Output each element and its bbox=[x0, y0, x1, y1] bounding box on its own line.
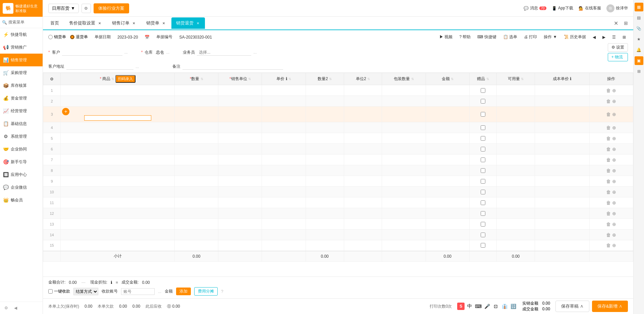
right-tool-view2[interactable]: ▤ bbox=[635, 13, 643, 22]
amount-cell-13[interactable] bbox=[426, 219, 469, 230]
tab-sales-delivery[interactable]: 销货单✕ bbox=[142, 17, 171, 29]
pack-cell-14[interactable] bbox=[382, 230, 426, 240]
cost-cell-2[interactable] bbox=[535, 96, 590, 107]
product-cell-8[interactable] bbox=[61, 165, 175, 176]
qty-cell-11[interactable] bbox=[175, 197, 218, 208]
product-cell-4[interactable] bbox=[61, 122, 175, 133]
copy-icon-13[interactable]: ⊕ bbox=[612, 222, 616, 227]
pack-cell-15[interactable] bbox=[382, 240, 426, 251]
unit2-cell-9[interactable] bbox=[344, 176, 382, 187]
salesperson-input[interactable] bbox=[197, 49, 251, 56]
sidebar-item-enterprise[interactable]: 🤝企业协同 bbox=[0, 143, 43, 155]
save-new-btn[interactable]: 保存&新增 ∧ bbox=[592, 301, 628, 312]
copy-icon-11[interactable]: ⊕ bbox=[612, 200, 616, 205]
qty-cell-3[interactable] bbox=[175, 107, 218, 122]
amount-cell-4[interactable] bbox=[426, 122, 469, 133]
th-settings[interactable]: ⚙ bbox=[43, 73, 61, 85]
view-list-btn[interactable]: ☰ bbox=[610, 34, 618, 40]
pack-cell-10[interactable] bbox=[382, 187, 426, 197]
pack-cell-13[interactable] bbox=[382, 219, 426, 230]
unit2-cell-14[interactable] bbox=[344, 230, 382, 240]
unit2-cell-8[interactable] bbox=[344, 165, 382, 176]
gift-checkbox-7[interactable] bbox=[481, 158, 485, 162]
pack-cell-5[interactable] bbox=[382, 133, 426, 144]
available-cell-1[interactable] bbox=[497, 85, 535, 96]
unit-cell-8[interactable] bbox=[218, 165, 262, 176]
cost-cell-12[interactable] bbox=[535, 208, 590, 219]
sidebar-settings-btn[interactable]: ⚙ bbox=[3, 305, 9, 311]
unit2-cell-4[interactable] bbox=[344, 122, 382, 133]
account-method-select[interactable]: 结算方式 bbox=[73, 288, 98, 295]
qty2-cell-3[interactable] bbox=[306, 107, 344, 122]
pack-cell-9[interactable] bbox=[382, 176, 426, 187]
unit2-cell-5[interactable] bbox=[344, 133, 382, 144]
pack-cell-1[interactable] bbox=[382, 85, 426, 96]
available-cell-2[interactable] bbox=[497, 96, 535, 107]
video-btn[interactable]: ▶ 视频 bbox=[437, 34, 454, 41]
tool-icon-4[interactable]: 🎤 bbox=[483, 303, 491, 310]
sort-product[interactable]: ⇅ bbox=[111, 77, 114, 81]
customer-dots[interactable]: ... bbox=[124, 50, 128, 55]
price-cell-6[interactable] bbox=[262, 144, 306, 154]
gift-checkbox-10[interactable] bbox=[481, 190, 485, 194]
tab-close-all[interactable]: ✕ bbox=[611, 18, 621, 28]
tab-close-sales-delivery[interactable]: ✕ bbox=[161, 21, 166, 25]
pack-cell-8[interactable] bbox=[382, 165, 426, 176]
qty-cell-7[interactable] bbox=[175, 154, 218, 165]
qty2-cell-1[interactable] bbox=[306, 85, 344, 96]
one-click-checkbox[interactable] bbox=[48, 289, 53, 294]
tool-icon-5[interactable]: ⊡ bbox=[492, 303, 499, 310]
user-profile[interactable]: 徐 徐泽华 bbox=[606, 4, 628, 12]
gift-checkbox-1[interactable] bbox=[481, 88, 485, 93]
cost-cell-4[interactable] bbox=[535, 122, 590, 133]
copy-icon-9[interactable]: ⊕ bbox=[612, 179, 616, 184]
cost-cell-7[interactable] bbox=[535, 154, 590, 165]
unit-cell-2[interactable] bbox=[218, 96, 262, 107]
scan-input-btn[interactable]: 扫码录入 bbox=[115, 75, 136, 83]
cost-cell-15[interactable] bbox=[535, 240, 590, 251]
product-cell-15[interactable] bbox=[61, 240, 175, 251]
delete-icon-1[interactable]: 🗑 bbox=[606, 88, 611, 93]
cost-cell-3[interactable] bbox=[535, 107, 590, 122]
product-cell-9[interactable] bbox=[61, 176, 175, 187]
available-cell-9[interactable] bbox=[497, 176, 535, 187]
customer-input[interactable] bbox=[62, 49, 122, 56]
product-cell-1[interactable] bbox=[61, 85, 175, 96]
sidebar-item-system[interactable]: ⚙系统管理 bbox=[0, 130, 43, 143]
return-radio[interactable]: 退货单 bbox=[70, 34, 88, 40]
amount-cell-7[interactable] bbox=[426, 154, 469, 165]
copy-icon-2[interactable]: ⊕ bbox=[612, 99, 616, 104]
qty2-cell-4[interactable] bbox=[306, 122, 344, 133]
message-btn[interactable]: 💬 消息 70 bbox=[524, 5, 546, 11]
qty-cell-4[interactable] bbox=[175, 122, 218, 133]
qty2-cell-13[interactable] bbox=[306, 219, 344, 230]
doc-settings-btn[interactable]: ⚙ 设置 bbox=[608, 43, 628, 52]
qty-cell-1[interactable] bbox=[175, 85, 218, 96]
gift-checkbox-14[interactable] bbox=[481, 233, 485, 237]
unit-cell-9[interactable] bbox=[218, 176, 262, 187]
amount-cell-3[interactable] bbox=[426, 107, 469, 122]
price-cell-14[interactable] bbox=[262, 230, 306, 240]
product-cell-14[interactable] bbox=[61, 230, 175, 240]
pack-cell-3[interactable] bbox=[382, 107, 426, 122]
unit2-cell-11[interactable] bbox=[344, 197, 382, 208]
product-cell-7[interactable] bbox=[61, 154, 175, 165]
tab-price-settings[interactable]: 售价提取设置✕ bbox=[64, 17, 107, 29]
qty2-cell-10[interactable] bbox=[306, 187, 344, 197]
sidebar-item-operations[interactable]: 📈经营管理 bbox=[0, 105, 43, 117]
unit2-cell-1[interactable] bbox=[344, 85, 382, 96]
qty2-cell-8[interactable] bbox=[306, 165, 344, 176]
sidebar-item-purchase[interactable]: 🛒采购管理 bbox=[0, 66, 43, 79]
tool-icon-7[interactable]: 🔢 bbox=[509, 303, 517, 310]
copy-icon-14[interactable]: ⊕ bbox=[612, 232, 616, 238]
qty-cell-6[interactable] bbox=[175, 144, 218, 154]
gift-checkbox-9[interactable] bbox=[481, 179, 485, 184]
copy-icon-7[interactable]: ⊕ bbox=[612, 157, 616, 163]
qty2-cell-11[interactable] bbox=[306, 197, 344, 208]
help-btn[interactable]: ? 帮助 bbox=[457, 34, 473, 41]
sidebar-item-member[interactable]: 👑畅会员 bbox=[0, 194, 43, 206]
address-dots[interactable]: ... bbox=[136, 64, 139, 69]
experience-btn[interactable]: 体验行业方案 bbox=[94, 3, 129, 13]
amount-cell-10[interactable] bbox=[426, 187, 469, 197]
price-cell-1[interactable] bbox=[262, 85, 306, 96]
